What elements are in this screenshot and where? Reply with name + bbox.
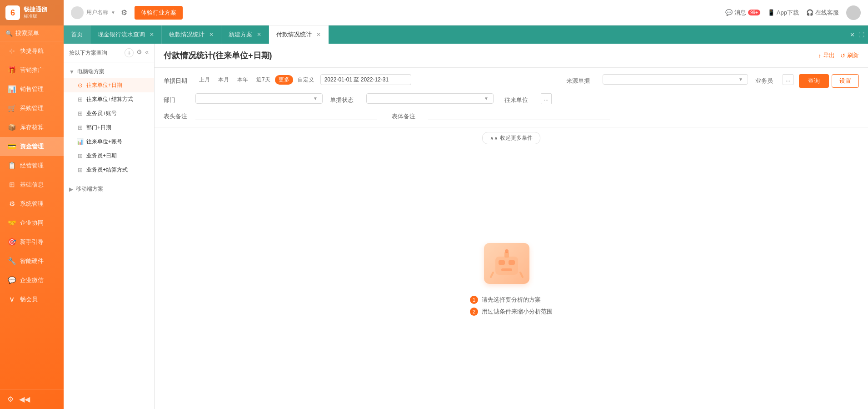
app-download-action[interactable]: 📱 App下载 [768,9,799,17]
filter-area: 单据日期 上月 本月 本年 近7天 更多 自定义 来源单据 [155,68,868,127]
main-area: 用户名称 ▼ ⚙ 体验行业方案 💬 消息 99+ 📱 App下载 🎧 在线客服 [64,0,868,409]
search-menu[interactable]: 🔍 搜索菜单 [0,25,64,41]
date-tab-last-month[interactable]: 上月 [195,75,214,85]
tab-new-plan-close[interactable]: ✕ [257,31,261,38]
triangle-right-icon: ▶ [69,186,73,192]
sidebar-item-finance[interactable]: 💳 资金管理 [0,137,64,156]
sidebar-item-marketing[interactable]: 🎁 营销推广 [0,61,64,80]
sidebar-item-quick-nav[interactable]: ⊹ 快捷导航 [0,41,64,61]
tab-bank-flow[interactable]: 现金银行流水查询 ✕ [90,25,162,44]
sidebar-item-system[interactable]: ⚙ 系统管理 [0,194,64,213]
schema-item-dept-date[interactable]: ⊞ 部门+日期 [64,121,154,135]
tab-bank-flow-close[interactable]: ✕ [150,31,154,38]
sidebar-item-purchase[interactable]: 🛒 采购管理 [0,99,64,118]
collapse-btn-label: 收起更多条件 [500,134,533,142]
counterpart-account-icon: 📊 [76,138,84,145]
schema-item-salesperson-date[interactable]: ⊞ 业务员+日期 [64,149,154,163]
header-user-avatar[interactable] [846,5,861,20]
svg-rect-0 [495,257,518,275]
tab-fullscreen-icon[interactable]: ⛶ [858,31,864,38]
schema-item-counterpart-account[interactable]: 📊 往来单位+账号 [64,135,154,149]
svg-rect-1 [499,260,505,265]
mobile-group-label: 移动端方案 [76,185,103,193]
header-note-control [195,110,377,120]
message-icon: 💬 [725,9,733,16]
page-title: 付款情况统计(往来单位+日期) [164,50,272,67]
source-select[interactable]: ▼ [603,74,748,85]
filter-settings-button[interactable]: 设置 [832,74,859,88]
collapse-row: ∧∧ 收起更多条件 [155,127,868,149]
sidebar-item-hardware[interactable]: 🔧 智能硬件 [0,252,64,271]
body-note-input[interactable] [428,110,610,120]
export-button[interactable]: ↑ 导出 [818,51,835,60]
query-button[interactable]: 查询 [799,74,829,88]
sidebar-item-label: 畅会员 [20,295,38,303]
tab-payment-stats-close[interactable]: ✕ [316,31,321,38]
sidebar-item-inventory[interactable]: 📦 库存核算 [0,118,64,137]
refresh-button[interactable]: ↺ 刷新 [840,51,859,60]
doc-status-label: 单据状态 [330,93,366,104]
dept-label: 部门 [164,93,195,104]
schema-item-label: 业务员+结算方式 [86,166,128,174]
tab-new-plan[interactable]: 新建方案 ✕ [221,25,269,44]
schema-item-counterpart-settle[interactable]: ⊞ 往来单位+结算方式 [64,92,154,106]
messages-action[interactable]: 💬 消息 99+ [725,9,760,17]
doc-status-select[interactable]: ▼ [366,93,494,104]
date-filter-control: 上月 本月 本年 近7天 更多 自定义 [195,74,566,85]
date-tab-this-year[interactable]: 本年 [234,75,252,85]
dept-select[interactable]: ▼ [195,93,323,104]
schema-item-counterpart-date[interactable]: ⊙ 往来单位+日期 [64,78,154,92]
salesperson-control: ... [783,74,793,85]
tab-receipt-stats-close[interactable]: ✕ [209,31,214,38]
mobile-group-title[interactable]: ▶ 移动端方案 [64,182,154,196]
schema-settings-btn[interactable]: ⚙ [136,48,142,57]
sidebar-item-wechat[interactable]: 💬 企业微信 [0,271,64,290]
collapse-panel-btn[interactable]: « [145,48,149,57]
dept-date-icon: ⊞ [76,124,84,131]
date-tab-more[interactable]: 更多 [275,75,293,85]
gear-icon[interactable]: ⚙ [121,8,127,17]
hint-num-1: 1 [470,296,478,304]
settings-bottom-icon[interactable]: ⚙ [7,395,14,404]
date-range-input[interactable] [320,74,411,85]
svg-rect-2 [509,260,515,265]
sidebar-item-guide[interactable]: 🎯 新手引导 [0,232,64,252]
sidebar-item-basic[interactable]: ⊞ 基础信息 [0,175,64,194]
inventory-icon: 📦 [7,123,16,131]
header-note-input[interactable] [195,110,377,120]
empty-hint-2: 2 用过滤条件来缩小分析范围 [470,308,553,316]
online-service-action[interactable]: 🎧 在线客服 [806,9,839,17]
date-tab-7days[interactable]: 近7天 [253,75,274,85]
sidebar-item-enterprise[interactable]: 🤝 企业协同 [0,213,64,232]
sidebar-item-operation[interactable]: 📋 经营管理 [0,156,64,175]
filter-row-3: 表头备注 表体备注 [164,110,859,121]
sidebar-logo: 6 畅捷通彻 标准版 [0,0,64,25]
tab-payment-stats[interactable]: 付款情况统计 ✕ [269,25,329,44]
sidebar-item-label: 智能硬件 [20,257,44,265]
sidebar-item-label: 新手引导 [20,238,44,246]
salesperson-account-icon: ⊞ [76,110,84,117]
sidebar-item-member[interactable]: V 畅会员 [0,290,64,309]
desktop-group-title[interactable]: ▼ 电脑端方案 [64,65,154,78]
header-user[interactable]: 用户名称 ▼ [71,6,115,19]
hint-text-1: 请先选择要分析的方案 [482,296,541,304]
add-schema-btn[interactable]: + [125,48,134,57]
schema-item-salesperson-account[interactable]: ⊞ 业务员+账号 [64,106,154,121]
sidebar-item-sales[interactable]: 📊 销售管理 [0,80,64,99]
counterpart-ellipsis-btn[interactable]: ... [541,93,552,104]
schema-item-salesperson-settle[interactable]: ⊞ 业务员+结算方式 [64,163,154,177]
trial-button[interactable]: 体验行业方案 [135,6,183,20]
salesperson-ellipsis-btn[interactable]: ... [783,74,793,85]
search-label: 搜索菜单 [15,29,39,37]
doc-status-arrow: ▼ [484,96,489,101]
tab-home[interactable]: 首页 [64,25,90,44]
collapse-more-btn[interactable]: ∧∧ 收起更多条件 [482,132,540,144]
tab-close-all-icon[interactable]: ✕ [850,31,855,38]
tab-receipt-stats[interactable]: 收款情况统计 ✕ [162,25,221,44]
date-tab-this-month[interactable]: 本月 [215,75,233,85]
purchase-icon: 🛒 [7,104,16,112]
dropdown-icon: ▼ [111,10,115,15]
collapse-sidebar-icon[interactable]: ◀◀ [19,395,30,404]
date-tab-custom[interactable]: 自定义 [294,75,318,85]
sidebar-item-label: 采购管理 [20,104,44,112]
